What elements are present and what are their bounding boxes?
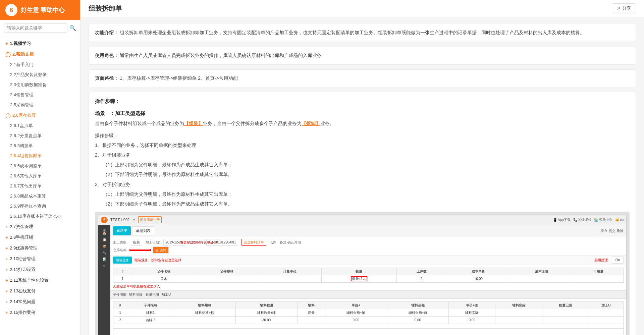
ops-steps-block: 操作步骤： 1、根据不同的业务，选择不同单据的类型来处理 2、对于组装业务 （1… bbox=[95, 131, 630, 209]
sidebar-item-transfer[interactable]: 2.6.3调拨单 bbox=[0, 141, 80, 151]
mock-th-2: 父件名称 bbox=[132, 268, 195, 275]
cell bbox=[495, 316, 542, 324]
sidebar-item-costrecalc[interactable]: 2.6.8商品成本重算 bbox=[0, 191, 80, 201]
sidebar-item-docs[interactable]: ◯ 2.帮助文档 bbox=[0, 49, 80, 60]
sidebar-item-stocktake[interactable]: 2.6.1盘点单 bbox=[0, 121, 80, 131]
sidebar-item-stockfix[interactable]: 2.6.10库存账本错了怎么办 bbox=[0, 211, 80, 221]
mock-nav-icon3[interactable]: 📋 bbox=[103, 237, 106, 242]
cell bbox=[174, 316, 235, 324]
mock-window: 6 TEST-H002 ▼ 闭直播新一天 📱 App下载 📞 初级课程 🏪 帮助… bbox=[98, 215, 627, 335]
sidebar-item-newcomer[interactable]: 2.1新手入门 bbox=[0, 60, 80, 70]
mock-nav-icon7[interactable]: ⚙ bbox=[103, 264, 106, 269]
scenario-one-desc: 当由多个子件材料组装成一个成品的业务为【组装】业务，当由一个父件拆分成多个子产品… bbox=[95, 119, 630, 128]
mock-title: TEST-H002 bbox=[110, 217, 129, 223]
mock-enable-btn[interactable]: On bbox=[612, 257, 624, 264]
sidebar-item-settings[interactable]: + 2.12系统个性化设置 bbox=[0, 275, 80, 286]
sidebar-item-label: 2.15操作案例 bbox=[10, 310, 36, 316]
func-intro-box: 功能介绍： 组装拆卸单用来处理企业组装或拆卸等加工业务，支持有固定装配清单的产品… bbox=[89, 24, 636, 42]
main-area: 组装拆卸单 ↗ 分享 功能介绍： 组装拆卸单用来处理企业组装或拆卸等加工业务，支… bbox=[80, 0, 644, 335]
sidebar-item-assembly[interactable]: 2.6.4组装拆卸单 bbox=[0, 151, 80, 161]
step2-1-text: （1）上部明细为父件明细，最终作为产成品生成其它入库单； bbox=[95, 161, 630, 169]
mock-icons-bar: 📱 App下载 📞 初级课程 🏪 帮助中心 🐱 cc bbox=[553, 217, 624, 223]
cell bbox=[258, 275, 321, 282]
sidebar-item-costadjust[interactable]: 2.6.5成本调整单 bbox=[0, 161, 80, 171]
sidebar-item-label: 2.帮助文档 bbox=[12, 51, 34, 57]
step3-2-text: （2）下部明细为子件明细，最终作为产成品生成其它入库单。 bbox=[95, 200, 630, 208]
step2-text: 2、对于组装业务 bbox=[95, 151, 630, 159]
mock-icon3: 🏪 帮助中心 bbox=[594, 217, 612, 223]
mock-select-bom-btn[interactable]: 选选择料清单 bbox=[241, 239, 266, 246]
sidebar-item-inventory[interactable]: ◯ 2.6库存核算 bbox=[0, 110, 80, 121]
sidebar-item-mobile[interactable]: + 2.8手机旺铺 bbox=[0, 232, 80, 243]
table-row: 1 辅料1 辅料标准+标 辅料数量+辅 用量 辅料金额+辅 辅料金额+辅 bbox=[113, 309, 624, 316]
sidebar-item-video[interactable]: + 1.视频学习 bbox=[0, 38, 80, 49]
top-bar: 组装拆卸单 ↗ 分享 bbox=[80, 0, 644, 17]
sidebar-item-purchase[interactable]: 2.5采购管理 bbox=[0, 100, 80, 110]
mock-nav-icon2[interactable]: 🏠 bbox=[103, 231, 106, 236]
cell: 辅料金额+辅 bbox=[387, 309, 448, 316]
mock-th-l9: 辅料实际 bbox=[495, 301, 542, 309]
table-row bbox=[113, 328, 624, 333]
search-icon[interactable]: 🔍 bbox=[69, 25, 76, 31]
sidebar-item-dataprep[interactable]: 2.3使用前数据准备 bbox=[0, 80, 80, 90]
cell bbox=[195, 275, 258, 282]
mock-th-4: 计量单位 bbox=[258, 268, 321, 275]
collapse-icon: ◯ bbox=[5, 52, 11, 57]
mock-icon2: 📞 初级课程 bbox=[573, 217, 592, 223]
expand-icon-settings: + bbox=[5, 278, 8, 283]
expand-icon: + bbox=[5, 41, 8, 46]
table-row: 1 关木 数量+1以 1 10.00 bbox=[113, 275, 624, 282]
func-intro-label: 功能介绍： bbox=[95, 30, 118, 35]
mock-type-value[interactable]: 组装 bbox=[131, 239, 142, 246]
expand-icon-finance: + bbox=[5, 224, 8, 229]
sidebar-item-print[interactable]: + 2.11打印设置 bbox=[0, 264, 80, 275]
mock-section-tab[interactable]: 组装业务 bbox=[113, 257, 132, 264]
mock-new-btn: 闭直播新一天 bbox=[138, 216, 162, 223]
mock-annotation-2: 组装业务、拆卸业务在这里选择 bbox=[135, 257, 181, 263]
sidebar-item-payment[interactable]: + 2.13在线支付 bbox=[0, 286, 80, 296]
search-bar: 🔍 bbox=[0, 20, 80, 36]
nav-list: + 1.视频学习 ◯ 2.帮助文档 2.1新手入门 2.2产品安装及登录 2.3… bbox=[0, 36, 80, 335]
sidebar-item-partstock[interactable]: 2.6.2分量盘点单 bbox=[0, 131, 80, 141]
mock-nav-icon4[interactable]: 📦 bbox=[103, 244, 106, 249]
expand-icon-coupon: + bbox=[5, 245, 8, 251]
sidebar-item-cases[interactable]: + 2.15操作案例 bbox=[0, 307, 80, 318]
expand-icon-cases: + bbox=[5, 310, 8, 315]
logo-icon: 6 bbox=[5, 4, 17, 16]
screenshot-container: 6 TEST-H002 ▼ 闭直播新一天 📱 App下载 📞 初级课程 🏪 帮助… bbox=[95, 212, 630, 335]
step2-2-text: （2）下部明细为子件明细，最终作为原材料生成其它出库单。 bbox=[95, 170, 630, 179]
mock-th-9: 可用量 bbox=[573, 268, 624, 275]
mock-body: 首页 🏠 📋 📦 🔧 📊 ⚙ 新 bbox=[98, 225, 626, 335]
sidebar-item-label: 2.13在线支付 bbox=[10, 288, 36, 294]
link-assembly[interactable]: 【组装】 bbox=[184, 121, 203, 126]
expand-icon-ops: + bbox=[5, 256, 8, 262]
mock-th-l10: 数量已用 bbox=[542, 301, 589, 309]
table-row bbox=[113, 324, 624, 328]
sidebar-item-coupon[interactable]: + 2.9优惠券管理 bbox=[0, 243, 80, 254]
mock-nav-icon6[interactable]: 📊 bbox=[103, 257, 106, 262]
mock-warehouse-input[interactable] bbox=[129, 249, 151, 251]
mock-th-8: 成本金额 bbox=[510, 268, 573, 275]
mock-tab-new[interactable]: 新建单 bbox=[113, 226, 131, 235]
cell: 辅料标准+标 bbox=[174, 309, 235, 316]
sidebar-item-stockledger[interactable]: 2.6.9库存账本查询 bbox=[0, 201, 80, 211]
sidebar-item-sales[interactable]: 2.4销售管理 bbox=[0, 90, 80, 100]
search-input[interactable] bbox=[4, 23, 67, 33]
role-box: 使用角色： 通常由生产人员或库管人员完成拆装业务的操作，库管人员确认原材料的出库… bbox=[89, 47, 636, 65]
mock-nav-icon5[interactable]: 🔧 bbox=[103, 250, 106, 256]
cell: 1 bbox=[396, 275, 447, 282]
sidebar-item-label: 2.12系统个性化设置 bbox=[10, 277, 49, 283]
sidebar-item-inbound[interactable]: 2.6.6其他入库单 bbox=[0, 171, 80, 181]
sidebar-item-finance[interactable]: + 2.7资金管理 bbox=[0, 221, 80, 232]
sidebar-item-faq[interactable]: + 2.14常见问题 bbox=[0, 296, 80, 307]
share-button[interactable]: ↗ 分享 bbox=[612, 3, 636, 13]
mock-annotation-3: 启用处理 bbox=[594, 257, 608, 263]
link-disassembly[interactable]: 【拆卸】 bbox=[302, 121, 320, 126]
mock-confirm-btn[interactable]: 立 实施 bbox=[153, 246, 169, 254]
expand-icon-payment: + bbox=[5, 288, 8, 294]
mock-tab-list[interactable]: 单据列表 bbox=[132, 226, 154, 235]
sidebar-item-install[interactable]: 2.2产品安装及登录 bbox=[0, 70, 80, 80]
sidebar-item-outbound[interactable]: 2.6.7其他出库单 bbox=[0, 181, 80, 191]
sidebar-item-ops[interactable]: + 2.10经营管理 bbox=[0, 254, 80, 264]
sidebar-item-label: 2.11打印设置 bbox=[10, 267, 36, 273]
